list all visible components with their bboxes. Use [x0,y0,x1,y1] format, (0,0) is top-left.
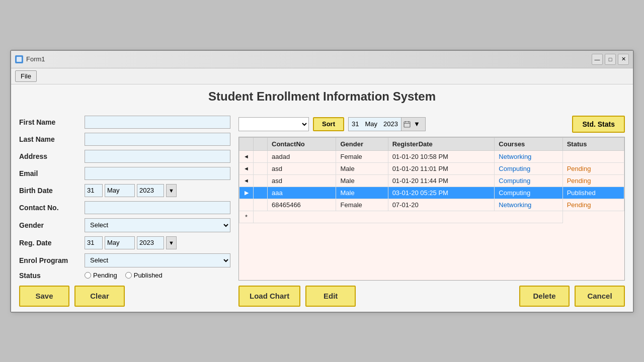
reg-month-input[interactable] [105,236,135,249]
svg-rect-1 [404,122,410,127]
contact-cell: aaa [268,187,336,199]
contact-cell: aadad [268,150,336,162]
pending-radio-label[interactable]: Pending [85,272,117,279]
filter-combo[interactable] [238,117,309,131]
last-name-input[interactable] [85,133,230,146]
col-gender: Gender [336,137,388,150]
address-input[interactable] [85,150,230,163]
calendar-button[interactable]: ▼ [401,118,425,131]
row-num [254,174,268,187]
load-chart-button[interactable]: Load Chart [238,286,300,307]
right-panel: Sort 31 May 2023 ▼ Std. Stats [238,116,625,307]
edit-button[interactable]: Edit [305,286,356,307]
top-controls: Sort 31 May 2023 ▼ Std. Stats [238,116,625,133]
email-label: Email [19,169,85,177]
published-radio-label[interactable]: Published [125,272,163,279]
enrol-label: Enrol Program [19,256,85,264]
filter-date-year: 2023 [380,120,401,128]
row-indicator: ◄ [239,162,254,174]
row-num [254,150,268,162]
row-num [254,162,268,174]
status-cell: Pending [562,199,624,211]
table-row[interactable]: ◄asdMale01-01-20 11:44 PMComputingPendin… [239,174,624,187]
minimize-button[interactable]: — [592,54,603,65]
cancel-button[interactable]: Cancel [575,286,625,307]
table-header-row: ContactNo Gender RegisterDate Courses St… [239,137,624,150]
filter-date-display: 31 May 2023 ▼ [348,117,426,131]
filter-date-day: 31 [349,120,362,128]
regdate-cell: 01-01-20 11:01 PM [388,162,495,174]
published-radio-text: Published [134,272,163,279]
gender-cell: Female [336,150,388,162]
regdate-cell: 07-01-20 [388,199,495,211]
window-icon [15,55,23,63]
new-row-empty [254,211,563,223]
sort-button[interactable]: Sort [313,117,344,131]
published-radio[interactable] [125,272,132,279]
row-num [254,199,268,211]
row-indicator: ◄ [239,174,254,187]
pending-radio[interactable] [85,272,91,279]
enrol-row: Enrol Program Select Networking Computin… [19,253,230,267]
last-name-row: Last Name [19,133,230,146]
students-table: ContactNo Gender RegisterDate Courses St… [239,137,624,223]
clear-button[interactable]: Clear [74,286,125,307]
gender-cell: Female [336,199,388,211]
calendar-dropdown-arrow[interactable]: ▼ [411,120,423,128]
courses-cell: Networking [495,150,562,162]
status-cell: Pending [562,162,624,174]
window-controls: — □ ✕ [592,54,629,65]
col-indicator [239,137,254,150]
reg-day-input[interactable] [85,236,103,249]
gender-select[interactable]: Select Male Female [85,218,230,232]
courses-cell: Computing [495,162,562,174]
birth-date-group: ▼ [85,184,230,197]
row-indicator [239,199,254,211]
close-button[interactable]: ✕ [618,54,629,65]
reg-year-input[interactable] [137,236,164,249]
filter-date-month: May [362,120,380,128]
file-menu[interactable]: File [15,70,37,82]
contact-input[interactable] [85,201,230,214]
address-label: Address [19,152,85,160]
courses-cell: Networking [495,199,562,211]
enrol-select[interactable]: Select Networking Computing [85,253,230,267]
status-row: Status Pending Published [19,272,230,280]
save-button[interactable]: Save [19,286,69,307]
email-row: Email [19,167,230,180]
first-name-input[interactable] [85,116,230,129]
reg-date-label: Reg. Date [19,239,85,247]
title-bar: Form1 — □ ✕ [11,51,633,68]
reg-date-row: Reg. Date ▼ [19,236,230,249]
first-name-row: First Name [19,116,230,129]
birth-date-dropdown-button[interactable]: ▼ [166,184,177,197]
table-row[interactable]: ◄aadadFemale01-01-20 10:58 PMNetworking [239,150,624,162]
svg-rect-0 [17,57,22,62]
birth-month-input[interactable] [105,184,135,197]
col-row-num [254,137,268,150]
row-indicator: ▶ [239,187,254,199]
courses-cell: Computing [495,187,562,199]
regdate-cell: 01-01-20 11:44 PM [388,174,495,187]
col-regdate: RegisterDate [388,137,495,150]
reg-date-dropdown-button[interactable]: ▼ [166,236,177,249]
email-input[interactable] [85,167,230,180]
status-form-label: Status [19,272,85,280]
table-row[interactable]: ◄asdMale01-01-20 11:01 PMComputingPendin… [239,162,624,174]
gender-cell: Male [336,162,388,174]
address-row: Address [19,150,230,163]
table-row[interactable]: ▶aaaMale03-01-20 05:25 PMComputingPublis… [239,187,624,199]
main-content: Student Enrollment Information System Fi… [11,84,633,312]
birth-year-input[interactable] [137,184,164,197]
birth-day-input[interactable] [85,184,103,197]
std-stats-button[interactable]: Std. Stats [572,116,625,133]
maximize-button[interactable]: □ [605,54,616,65]
contact-row: Contact No. [19,201,230,214]
status-radio-group: Pending Published [85,272,163,279]
birth-date-label: Birth Date [19,187,85,195]
delete-button[interactable]: Delete [519,286,570,307]
birth-date-row: Birth Date ▼ [19,184,230,197]
gender-row: Gender Select Male Female [19,218,230,232]
pending-radio-text: Pending [93,272,117,279]
table-row[interactable]: 68465466Female07-01-20NetworkingPending [239,199,624,211]
